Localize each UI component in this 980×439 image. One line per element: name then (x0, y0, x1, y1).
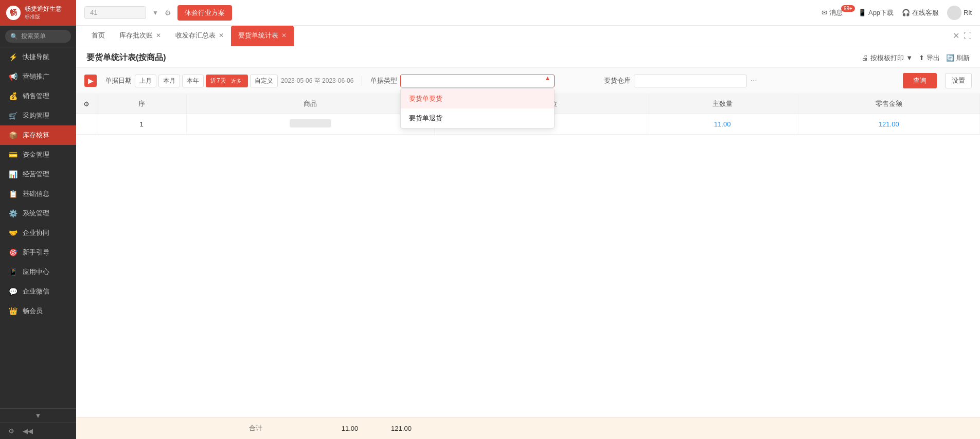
table-footer: 合计 11.00 121.00 (76, 417, 980, 439)
print-btn[interactable]: 🖨 按模板打印 ▼ (862, 53, 913, 63)
sidebar-item-label: 库存核算 (23, 131, 49, 140)
sidebar-item-inventory[interactable]: 📦 库存核算 (0, 125, 76, 145)
sidebar-search-area[interactable]: 🔍 搜索菜单 (0, 26, 76, 47)
print-dropdown-icon: ▼ (906, 54, 913, 62)
sidebar-item-finance[interactable]: 💳 资金管理 (0, 145, 76, 164)
footer-qty: 11.00 (324, 425, 376, 432)
sidebar-item-label: 企业协同 (23, 228, 49, 237)
sidebar-item-label: 系统管理 (23, 209, 49, 218)
tab-home[interactable]: 首页 (84, 26, 112, 46)
sidebar-item-label: 企业微信 (23, 287, 49, 296)
warehouse-select-input[interactable] (634, 75, 747, 87)
sidebar-header: 畅 畅捷通好生意 标准版 (0, 0, 76, 26)
username-label: Rit (964, 9, 972, 16)
sidebar-item-member[interactable]: 👑 畅会员 (0, 301, 76, 321)
refresh-btn[interactable]: 🔄 刷新 (946, 53, 970, 63)
topbar-dropdown-arrow[interactable]: ▼ (152, 9, 158, 16)
app-logo: 畅 (6, 6, 21, 20)
col-settings[interactable]: ⚙ (76, 94, 97, 114)
tab-close-all-icon[interactable]: ✕ (953, 31, 959, 41)
row-settings-cell (76, 114, 97, 135)
service-icon: 🎧 (902, 9, 910, 16)
sidebar-item-sales[interactable]: 💰 销售管理 (0, 86, 76, 106)
row-seq-cell: 1 (97, 114, 186, 135)
sidebar-item-operations[interactable]: 📊 经营管理 (0, 164, 76, 184)
dropdown-item-order-return[interactable]: 要货单退货 (401, 108, 554, 128)
date-btn-last-month[interactable]: 上月 (135, 75, 156, 87)
sidebar-scroll-down[interactable]: ▼ (0, 408, 76, 423)
service-label: 在线客服 (912, 8, 939, 17)
app-name: 畅捷通好生意 (25, 5, 62, 13)
export-btn[interactable]: ⬆ 导出 (919, 53, 940, 63)
product-tag (290, 119, 331, 127)
message-label: 消息 (829, 8, 843, 17)
message-btn[interactable]: ✉ 消息 99+ (822, 8, 850, 17)
type-select-input[interactable] (400, 75, 555, 87)
date-btn-recent[interactable]: 近7天 近多 (206, 75, 248, 87)
date-btn-this-month[interactable]: 本月 (158, 75, 180, 87)
tab-order-summary[interactable]: 要货单统计表 ✕ (231, 26, 294, 46)
table-container: ⚙ 序 商品 主计量单位 主数量 零售金额 1 (76, 94, 980, 417)
app-center-icon: 📱 (8, 268, 17, 276)
trial-button[interactable]: 体验行业方案 (177, 5, 232, 21)
app-icon: 📱 (858, 9, 866, 16)
sidebar-item-label: 营销推广 (23, 72, 49, 81)
row-qty-link[interactable]: 11.00 (714, 120, 731, 128)
footer-label: 合计 (218, 424, 262, 433)
sidebar-item-label: 资金管理 (23, 150, 49, 159)
sidebar-item-app-center[interactable]: 📱 应用中心 (0, 262, 76, 282)
sidebar-item-label: 畅会员 (23, 306, 43, 316)
topbar-right: ✉ 消息 99+ 📱 App下载 🎧 在线客服 Rit (822, 6, 972, 20)
sidebar-item-wechat[interactable]: 💬 企业微信 (0, 282, 76, 301)
sidebar-item-enterprise[interactable]: 🤝 企业协同 (0, 223, 76, 243)
sidebar-item-marketing[interactable]: 📢 营销推广 (0, 67, 76, 86)
tab-fullscreen-icon[interactable]: ⛶ (964, 31, 972, 41)
filter-divider (362, 76, 362, 86)
settings-button[interactable]: 设置 (945, 73, 972, 88)
topbar-search-input[interactable] (84, 6, 146, 19)
sidebar-search-box[interactable]: 🔍 搜索菜单 (5, 30, 71, 43)
sidebar-item-quick-nav[interactable]: ⚡ 快捷导航 (0, 47, 76, 67)
type-label: 单据类型 (370, 76, 397, 85)
search-icon: 🔍 (10, 33, 18, 40)
query-button[interactable]: 查询 (903, 73, 937, 88)
row-qty-cell: 11.00 (647, 114, 798, 135)
dropdown-item-order-goods[interactable]: 要货单要货 (401, 89, 554, 108)
sidebar-item-basic-info[interactable]: 📋 基础信息 (0, 184, 76, 204)
topbar-gear-icon[interactable]: ⚙ (165, 9, 171, 17)
collapse-icon[interactable]: ◀◀ (23, 427, 33, 435)
refresh-label: 刷新 (956, 53, 970, 63)
filter-toggle-btn[interactable]: ▶ (84, 75, 97, 87)
tab-order-summary-close[interactable]: ✕ (281, 32, 287, 39)
date-filter-group: 单据日期 上月 本月 本年 近7天 近多 自定义 2023-05-06 至 20… (105, 75, 353, 87)
sidebar-item-purchase[interactable]: 🛒 采购管理 (0, 106, 76, 125)
recent-label: 近7天 (210, 77, 226, 84)
tab-inventory-batch-close[interactable]: ✕ (156, 32, 161, 39)
app-download-btn[interactable]: 📱 App下载 (858, 8, 894, 17)
tab-receivable-summary-close[interactable]: ✕ (219, 32, 224, 39)
more-filters-icon[interactable]: ··· (750, 76, 757, 85)
print-label: 按模板打印 (870, 53, 904, 63)
row-amount-link[interactable]: 121.00 (879, 120, 899, 128)
col-amount: 零售金额 (798, 94, 979, 114)
service-btn[interactable]: 🎧 在线客服 (902, 8, 939, 17)
footer-amount: 121.00 (376, 425, 427, 432)
tab-inventory-batch[interactable]: 库存批次账 ✕ (112, 26, 168, 46)
topbar: ▼ ⚙ 体验行业方案 ✉ 消息 99+ 📱 App下载 🎧 在线客服 Rit (76, 0, 980, 26)
page-title: 要货单统计表(按商品) (86, 52, 166, 63)
print-icon: 🖨 (862, 54, 868, 62)
type-dropdown-menu: 要货单要货 要货单退货 (400, 88, 555, 129)
user-avatar-area[interactable]: Rit (947, 6, 972, 20)
sidebar-item-system[interactable]: ⚙️ 系统管理 (0, 204, 76, 223)
main-area: ▼ ⚙ 体验行业方案 ✉ 消息 99+ 📱 App下载 🎧 在线客服 Rit (76, 0, 980, 439)
settings-icon[interactable]: ⚙ (8, 427, 14, 435)
sidebar-item-label: 基础信息 (23, 189, 49, 198)
date-btn-custom[interactable]: 自定义 (250, 75, 278, 87)
warehouse-label: 要货仓库 (604, 76, 631, 85)
tab-receivable-summary[interactable]: 收发存汇总表 ✕ (168, 26, 231, 46)
date-btn-this-year[interactable]: 本年 (182, 75, 204, 87)
refresh-icon: 🔄 (946, 54, 954, 62)
sidebar-item-label: 采购管理 (23, 111, 49, 120)
sidebar-item-guide[interactable]: 🎯 新手引导 (0, 243, 76, 262)
tab-inventory-batch-label: 库存批次账 (119, 31, 153, 40)
